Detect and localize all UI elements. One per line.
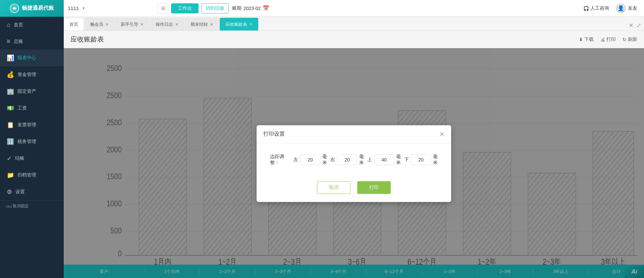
support-label: 人工咨询 <box>590 5 609 11</box>
tabs-bar: 首页 畅会员 ✕ 新手引导 ✕ 操作日志 ✕ 期末结转 ✕ 应收账龄表 ✕ <box>64 17 644 31</box>
period-value: 2023-02 <box>244 6 261 11</box>
main-layout: ⌂ 首页 ≡ 总账 📊 报表中心 💰 资金管理 🏢 固定资产 💵 工资 📋 发票… <box>0 17 644 278</box>
tab-member-label: 畅会员 <box>90 21 103 27</box>
top-margin-label: 上 <box>367 157 372 163</box>
sidebar-item-label: 发票管理 <box>17 122 36 128</box>
dialog-close-button[interactable]: ✕ <box>439 131 444 138</box>
sidebar-item-label: 总账 <box>14 39 23 45</box>
top-margin-unit: 毫米 <box>396 154 401 166</box>
tab-home[interactable]: 首页 <box>64 18 84 30</box>
sidebar-item-salary[interactable]: 💵 工资 <box>0 100 64 117</box>
right-margin-unit: 毫米 <box>359 154 364 166</box>
confirm-print-button[interactable]: 打印 <box>357 181 391 194</box>
left-margin-unit: 毫米 <box>322 154 327 166</box>
tab-member-close[interactable]: ✕ <box>105 22 109 27</box>
user-name: 友友 <box>628 5 637 11</box>
headset-icon: 🎧 <box>583 6 589 11</box>
sidebar-item-label: 首页 <box>14 22 23 28</box>
dialog-footer: 取消 打印 <box>257 176 451 202</box>
maximize-tab-button[interactable]: ⤢ <box>636 22 641 29</box>
switch-version-button[interactable]: 切到旧版 <box>201 3 229 13</box>
sidebar: ⌂ 首页 ≡ 总账 📊 报表中心 💰 资金管理 🏢 固定资产 💵 工资 📋 发票… <box>0 17 64 278</box>
right-margin-input[interactable] <box>337 154 357 165</box>
dialog-body: 边距调整： 左 毫米 右 毫米 <box>257 144 451 176</box>
sidebar-item-settings[interactable]: ⚙ 设置 <box>0 184 64 200</box>
sidebar-item-ledger[interactable]: ≡ 总账 <box>0 33 64 50</box>
download-button[interactable]: ⬇ 下载 <box>579 37 594 43</box>
pin-icon: ◁◁ <box>5 204 11 209</box>
sidebar-item-funds[interactable]: 💰 资金管理 <box>0 66 64 83</box>
dialog-header: 打印设置 ✕ <box>257 125 451 144</box>
copy-button[interactable]: ⊞ <box>158 3 168 14</box>
logo-text: 畅捷通易代账 <box>22 5 54 12</box>
tab-aging-label: 应收账龄表 <box>225 21 247 27</box>
sidebar-item-label: 工资 <box>17 105 27 111</box>
right-margin-label: 右 <box>330 157 335 163</box>
tab-member[interactable]: 畅会员 ✕ <box>85 18 114 30</box>
workbench-button[interactable]: 工作台 <box>171 3 199 13</box>
download-icon: ⬇ <box>579 37 583 42</box>
bottom-margin-input[interactable] <box>411 154 431 165</box>
page-title: 应收账龄表 <box>70 35 104 44</box>
tab-period-end[interactable]: 期末结转 ✕ <box>185 18 219 30</box>
refresh-icon: ↻ <box>623 37 627 42</box>
tabs-actions: ✕ ⤢ <box>629 22 644 30</box>
sidebar-item-home[interactable]: ⌂ 首页 <box>0 17 64 33</box>
sidebar-item-reports[interactable]: 📊 报表中心 <box>0 50 64 66</box>
tab-oplog-label: 操作日志 <box>156 21 173 27</box>
tab-oplog-close[interactable]: ✕ <box>175 22 178 27</box>
settings-icon: ⚙ <box>7 188 12 196</box>
page-header: 应收账龄表 ⬇ 下载 🖨 打印 ↻ 刷新 <box>64 31 644 48</box>
tab-guide-label: 新手引导 <box>121 21 138 27</box>
archive-icon: 📁 <box>7 171 14 179</box>
user-menu[interactable]: 👤 友友 <box>616 3 637 13</box>
tab-aging-close[interactable]: ✕ <box>249 22 253 27</box>
sidebar-item-checkout[interactable]: ✓ 结账 <box>0 150 64 167</box>
sidebar-item-archive[interactable]: 📁 归档管理 <box>0 167 64 184</box>
tab-aging[interactable]: 应收账龄表 ✕ <box>220 18 258 30</box>
sidebar-item-tax[interactable]: 🔢 税务管理 <box>0 133 64 150</box>
header-right: 🎧 人工咨询 👤 友友 <box>583 3 644 13</box>
funds-icon: 💰 <box>7 71 14 78</box>
refresh-button[interactable]: ↻ 刷新 <box>623 37 637 43</box>
bottom-margin-group: 下 毫米 <box>404 154 438 166</box>
page-actions: ⬇ 下载 🖨 打印 ↻ 刷新 <box>579 37 637 43</box>
left-margin-label: 左 <box>293 157 298 163</box>
sidebar-item-label: 税务管理 <box>17 139 36 145</box>
company-dropdown-icon: ▼ <box>82 6 86 11</box>
modal-overlay: 打印设置 ✕ 边距调整： 左 毫米 <box>64 48 644 278</box>
top-margin-input[interactable] <box>374 154 394 165</box>
cancel-print-button[interactable]: 取消 <box>317 181 351 194</box>
left-margin-input[interactable] <box>300 154 320 165</box>
dialog-title: 打印设置 <box>263 131 285 138</box>
tab-oplog[interactable]: 操作日志 ✕ <box>150 18 184 30</box>
fixed-assets-icon: 🏢 <box>7 88 14 95</box>
cancel-pin-button[interactable]: ◁◁ 取消固定 <box>0 200 64 212</box>
bottom-margin-unit: 毫米 <box>433 154 438 166</box>
period-label: 账期 <box>232 5 241 11</box>
tab-guide-close[interactable]: ✕ <box>140 22 144 27</box>
logo: 畅捷通易代账 <box>0 0 64 17</box>
download-label: 下载 <box>584 37 594 43</box>
sidebar-item-label: 设置 <box>15 189 25 195</box>
print-icon: 🖨 <box>600 37 605 42</box>
sidebar-item-invoice[interactable]: 📋 发票管理 <box>0 117 64 133</box>
salary-icon: 💵 <box>7 105 14 112</box>
tab-guide[interactable]: 新手引导 ✕ <box>115 18 149 30</box>
close-tab-button[interactable]: ✕ <box>629 22 634 29</box>
content-area: 首页 畅会员 ✕ 新手引导 ✕ 操作日志 ✕ 期末结转 ✕ 应收账龄表 ✕ <box>64 17 644 278</box>
print-button[interactable]: 🖨 打印 <box>600 37 616 43</box>
margin-label: 边距调整： <box>270 154 287 166</box>
tab-period-end-close[interactable]: ✕ <box>210 22 213 27</box>
calendar-icon[interactable]: 📅 <box>263 5 269 11</box>
period-info: 账期 2023-02 📅 <box>232 5 269 11</box>
company-selector[interactable]: 1111 ▼ <box>64 5 158 11</box>
support-link[interactable]: 🎧 人工咨询 <box>583 5 609 11</box>
ledger-icon: ≡ <box>7 38 10 45</box>
reports-icon: 📊 <box>7 54 14 62</box>
checkout-icon: ✓ <box>7 155 12 162</box>
sidebar-item-fixed-assets[interactable]: 🏢 固定资产 <box>0 83 64 100</box>
sidebar-item-label: 归档管理 <box>17 172 36 178</box>
tab-home-label: 首页 <box>69 21 78 27</box>
tax-icon: 🔢 <box>7 138 14 145</box>
